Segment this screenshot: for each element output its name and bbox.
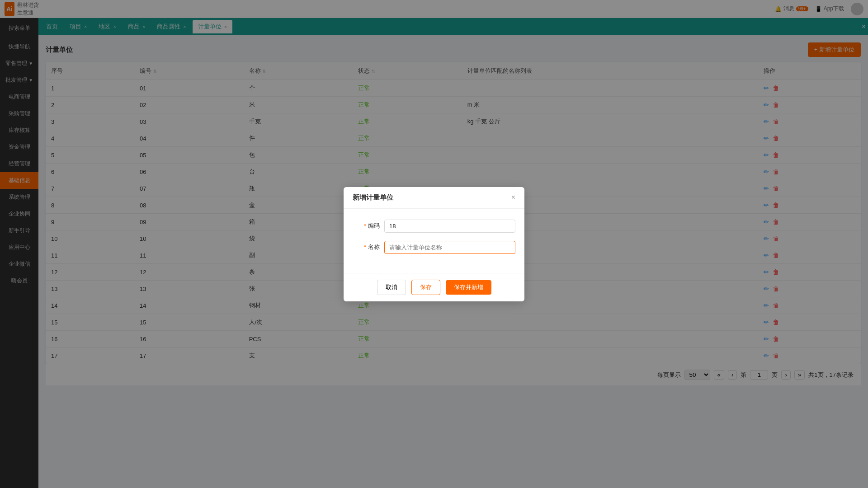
modal-header: 新增计量单位 × xyxy=(344,187,524,209)
modal-close-btn[interactable]: × xyxy=(511,193,515,202)
name-input[interactable] xyxy=(384,241,515,254)
form-row-name: *名称 xyxy=(353,241,515,254)
modal-body: *编码 *名称 xyxy=(344,209,524,273)
modal-overlay[interactable]: 新增计量单位 × *编码 *名称 取消 保存 保存并新增 xyxy=(0,0,868,488)
form-row-code: *编码 xyxy=(353,220,515,233)
code-input[interactable] xyxy=(384,220,515,233)
save-button[interactable]: 保存 xyxy=(411,280,440,295)
required-mark-code: * xyxy=(364,222,366,229)
required-mark-name: * xyxy=(364,244,366,250)
code-label: *编码 xyxy=(353,222,380,230)
add-unit-modal: 新增计量单位 × *编码 *名称 取消 保存 保存并新增 xyxy=(344,187,524,301)
save-and-new-button[interactable]: 保存并新增 xyxy=(446,280,491,295)
name-label: *名称 xyxy=(353,243,380,251)
cancel-button[interactable]: 取消 xyxy=(377,280,406,295)
modal-footer: 取消 保存 保存并新增 xyxy=(344,273,524,301)
modal-title: 新增计量单位 xyxy=(353,193,393,202)
